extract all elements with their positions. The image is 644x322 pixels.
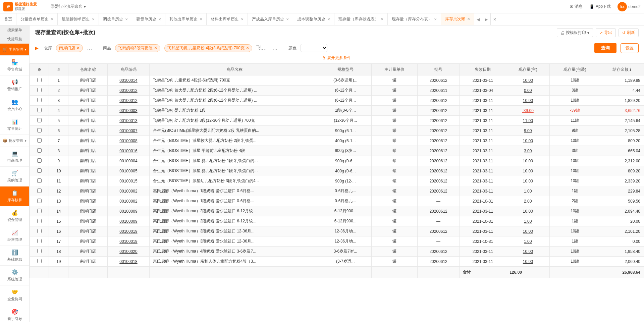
search-button[interactable]: 查询 xyxy=(594,43,616,53)
warehouse-tag[interactable]: 南岸门店 ✕ xyxy=(56,44,83,52)
row-checkbox[interactable] xyxy=(30,176,49,186)
tab-库存状况[interactable]: 现存量（库存状况表） ✕ xyxy=(334,13,388,25)
row-checkbox[interactable] xyxy=(30,236,49,247)
row-qty[interactable]: 1.00 xyxy=(506,186,550,196)
app-download-button[interactable]: 📱 App下载 xyxy=(589,4,611,9)
product-tag-1[interactable]: 飞鹤奶粉3段两提装 ✕ xyxy=(115,44,160,52)
tab-成本调整[interactable]: 成本调整单历史 ✕ xyxy=(293,13,334,25)
user-avatar[interactable]: Ea demo2 xyxy=(618,2,641,11)
warehouse-more[interactable]: … xyxy=(87,45,92,51)
sidebar-item-营销推广[interactable]: 📢 营销推广 xyxy=(0,75,29,95)
row-code[interactable]: 00100005 xyxy=(107,166,150,176)
row-code[interactable]: 00100015 xyxy=(107,176,150,186)
row-qty[interactable]: 10.00 xyxy=(506,166,550,176)
sidebar-item-零售管理[interactable]: 🛒 零售管理 ▾ xyxy=(0,44,29,56)
row-checkbox[interactable] xyxy=(30,247,49,257)
row-code[interactable]: 00100008 xyxy=(107,136,150,146)
product-tag-2-remove[interactable]: ✕ xyxy=(246,46,249,50)
setting-button[interactable]: 设置 xyxy=(621,43,639,53)
tab-组装拆卸[interactable]: 组装拆卸单历史 ✕ xyxy=(58,13,99,25)
sidebar-item-新手引导[interactable]: 🎯 新手引导 xyxy=(0,305,29,322)
tab-产成品入库[interactable]: 产成品入库单历史 ✕ xyxy=(248,13,293,25)
row-checkbox[interactable] xyxy=(30,186,49,196)
row-qty[interactable]: 10.00 xyxy=(506,75,550,86)
sidebar-item-零售统计[interactable]: 📊 零售统计 xyxy=(0,115,29,135)
product-ellipsis[interactable]: … xyxy=(272,45,278,51)
sidebar-item-库存核算[interactable]: 📋 库存核算 xyxy=(0,186,29,206)
nav-close-all-button[interactable]: ✕ xyxy=(490,13,498,25)
row-qty[interactable]: 11.00 xyxy=(506,116,550,126)
row-checkbox[interactable] xyxy=(30,226,49,236)
row-code[interactable]: 00100004 xyxy=(107,156,150,166)
col-settings[interactable]: ⚙ xyxy=(30,64,49,75)
tab-要货单[interactable]: 要货单历史 ✕ xyxy=(132,13,165,25)
row-code[interactable]: 00100019 xyxy=(107,236,150,247)
row-code[interactable]: 00100002 xyxy=(107,186,150,196)
row-checkbox[interactable] xyxy=(30,257,49,267)
row-checkbox[interactable] xyxy=(30,216,49,226)
row-code[interactable]: 00100009 xyxy=(107,206,150,216)
row-qty[interactable]: 1.00 xyxy=(506,236,550,247)
row-qty[interactable]: 10.00 xyxy=(506,257,550,267)
row-checkbox[interactable] xyxy=(30,136,49,146)
row-code[interactable]: 00100012 xyxy=(107,96,150,106)
row-checkbox[interactable] xyxy=(30,166,49,176)
sidebar-item-零售商城[interactable]: 🏪 零售商城 xyxy=(0,56,29,75)
account-selector[interactable]: 母婴行业演示账套 ▾ xyxy=(50,4,86,9)
search-menu[interactable]: 搜索菜单 xyxy=(0,25,29,35)
nav-right-arrow[interactable]: ▶ xyxy=(482,13,490,25)
row-checkbox[interactable] xyxy=(30,96,49,106)
sidebar-item-系统管理[interactable]: ⚙️ 系统管理 xyxy=(0,266,29,285)
refresh-button[interactable]: ↺ 刷新 xyxy=(619,28,639,37)
row-qty[interactable]: 10.00 xyxy=(506,247,550,257)
row-qty[interactable]: 0.00 xyxy=(506,86,550,96)
nav-left-arrow[interactable]: ◀ xyxy=(474,13,482,25)
expand-more-conditions[interactable]: ⊻ 展开更多条件 xyxy=(323,55,351,61)
sidebar-item-经营管理[interactable]: 📈 经营管理 xyxy=(0,226,29,246)
product-more[interactable]: 飞… xyxy=(256,45,267,52)
row-code[interactable]: 00100009 xyxy=(107,216,150,226)
sidebar-item-资金管理[interactable]: 💰 资金管理 xyxy=(0,206,29,226)
row-qty[interactable]: 9.00 xyxy=(506,126,550,136)
sidebar-item-基础信息[interactable]: ℹ️ 基础信息 xyxy=(0,246,29,266)
row-checkbox[interactable] xyxy=(30,75,49,86)
row-qty[interactable]: 10.00 xyxy=(506,226,550,236)
sidebar-item-电商管理[interactable]: 💻 电商管理 xyxy=(0,147,29,167)
row-qty[interactable]: -39.00 xyxy=(506,106,550,116)
filter-expand-arrow[interactable]: ▶ xyxy=(35,45,39,51)
sidebar-item-企业协同[interactable]: 🤝 企业协同 xyxy=(0,285,29,305)
row-checkbox[interactable] xyxy=(30,106,49,116)
tab-材料出库[interactable]: 材料出库单历史 ✕ xyxy=(207,13,248,25)
row-qty[interactable]: 10.00 xyxy=(506,176,550,186)
row-qty[interactable]: 10.00 xyxy=(506,156,550,166)
color-select[interactable] xyxy=(301,44,327,52)
template-print-button[interactable]: 🖨 按模板打印 ▾ xyxy=(557,28,593,37)
warehouse-tag-remove[interactable]: ✕ xyxy=(76,46,80,50)
row-checkbox[interactable] xyxy=(30,196,49,206)
tab-库存批次账[interactable]: 库存批次账 ✕ xyxy=(441,13,474,25)
row-code[interactable]: 00100014 xyxy=(107,75,150,86)
row-code[interactable]: 00100019 xyxy=(107,226,150,236)
row-qty[interactable]: 3.00 xyxy=(506,146,550,156)
tab-库存分布[interactable]: 现存量（库存分布表） ✕ xyxy=(388,13,441,25)
row-checkbox[interactable] xyxy=(30,126,49,136)
row-code[interactable]: 00100018 xyxy=(107,257,150,267)
row-code[interactable]: 00100003 xyxy=(107,106,150,116)
row-checkbox[interactable] xyxy=(30,86,49,96)
row-qty[interactable]: 10.00 xyxy=(506,96,550,106)
row-code[interactable]: 00100007 xyxy=(107,126,150,136)
row-code[interactable]: 00100012 xyxy=(107,86,150,96)
sidebar-item-会员中心[interactable]: 👥 会员中心 xyxy=(0,95,29,115)
row-code[interactable]: 00100002 xyxy=(107,196,150,206)
row-qty[interactable]: 10.00 xyxy=(506,206,550,216)
row-qty[interactable]: 10.00 xyxy=(506,136,550,146)
quick-nav[interactable]: 快捷导航 xyxy=(0,35,29,44)
message-button[interactable]: ✉ 消息 xyxy=(570,4,583,9)
tab-其他出库[interactable]: 其他出库单历史 ✕ xyxy=(165,13,207,25)
export-button[interactable]: ↗ 导出 xyxy=(596,28,616,37)
row-qty[interactable]: 1.00 xyxy=(506,216,550,226)
row-qty[interactable]: 2.00 xyxy=(506,196,550,206)
row-code[interactable]: 00100013 xyxy=(107,116,150,126)
row-code[interactable]: 00100016 xyxy=(107,146,150,156)
row-checkbox[interactable] xyxy=(30,206,49,216)
